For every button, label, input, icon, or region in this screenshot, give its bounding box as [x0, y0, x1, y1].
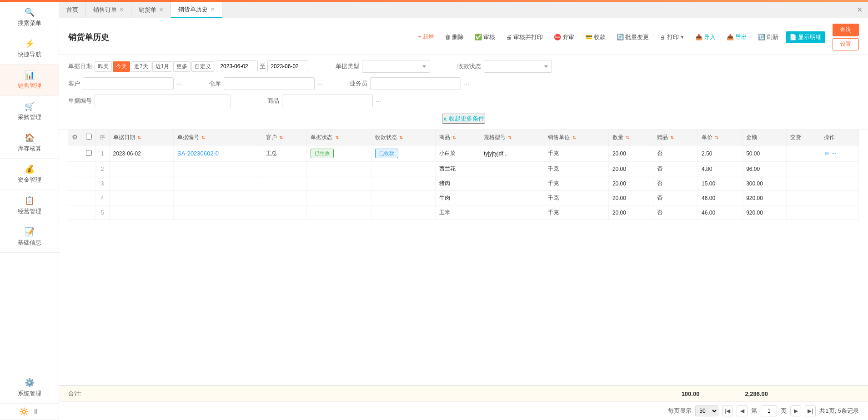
quick-nav-icon: ⚡	[25, 39, 35, 49]
row-doc-no-0[interactable]: SA-20230602-0	[173, 145, 262, 162]
goods-more-btn[interactable]: ···	[376, 97, 381, 105]
sidebar-item-basic[interactable]: 📝 基础信息	[0, 221, 59, 253]
collapse-button[interactable]: ∧ 收起更多条件	[442, 114, 485, 124]
customer-more-btn[interactable]: ···	[176, 80, 182, 87]
page-size-label: 每页显示	[668, 407, 692, 415]
row-settings-0	[68, 145, 82, 162]
col-amount: 金额	[743, 130, 787, 145]
date-1month[interactable]: 近1月	[152, 61, 173, 72]
first-page-btn[interactable]: |◀	[722, 405, 733, 416]
col-gift[interactable]: 赠品 ⇅	[653, 130, 697, 145]
export-button[interactable]: 📤 导出	[723, 31, 751, 43]
row-action-4[interactable]	[820, 205, 859, 220]
col-goods[interactable]: 商品 ⇅	[435, 130, 480, 145]
add-button[interactable]: + 新增	[415, 31, 437, 43]
import-button[interactable]: 📥 导入	[692, 31, 719, 43]
refresh-button[interactable]: 🔃 刷新	[754, 31, 782, 43]
tab-sales-delivery-close[interactable]: ✕	[159, 7, 163, 13]
col-unit[interactable]: 销售单位 ⇅	[544, 130, 608, 145]
col-checkbox[interactable]	[82, 130, 95, 145]
sidebar-item-search[interactable]: 🔍 搜索菜单	[0, 2, 59, 33]
row-checkbox-0[interactable]	[82, 145, 95, 162]
date-to-input[interactable]	[267, 60, 308, 72]
sidebar-item-purchase[interactable]: 🛒 采购管理	[0, 96, 59, 127]
tab-home[interactable]: 首页	[59, 2, 86, 18]
warehouse-more-btn[interactable]: ···	[317, 80, 323, 87]
sidebar-toggle-icon[interactable]: ⏸	[32, 408, 40, 416]
print-button[interactable]: 🖨 打印 ▼	[656, 31, 688, 43]
date-today[interactable]: 今天	[113, 61, 130, 72]
row-action-3[interactable]	[820, 191, 859, 205]
doc-type-select[interactable]	[362, 60, 430, 73]
row-doc-no-2[interactable]	[173, 176, 262, 191]
row-num-4: 5	[95, 205, 109, 220]
page-number-input[interactable]	[761, 405, 777, 416]
date-yesterday[interactable]: 昨天	[95, 61, 112, 72]
page-size-select[interactable]: 50 100 200	[695, 405, 718, 416]
prev-page-btn[interactable]: ◀	[737, 405, 748, 416]
tab-sales-delivery[interactable]: 销货单 ✕	[131, 2, 171, 18]
goods-input[interactable]	[282, 95, 373, 107]
close-all-tabs[interactable]: ✕	[851, 5, 868, 14]
collapse-up-icon: ∧	[443, 115, 447, 122]
sidebar-item-quicknav[interactable]: ⚡ 快捷导航	[0, 33, 59, 65]
col-spec[interactable]: 规格型号 ⇅	[480, 130, 544, 145]
doc-no-link-0[interactable]: SA-20230602-0	[177, 150, 219, 157]
select-all-checkbox[interactable]	[86, 134, 92, 140]
sidebar-item-finance[interactable]: 💰 资金管理	[0, 159, 59, 190]
tab-sales-order-close[interactable]: ✕	[120, 7, 124, 13]
col-unit-price[interactable]: 单价 ⇅	[698, 130, 743, 145]
col-date[interactable]: 单据日期 ⇅	[109, 130, 173, 145]
tab-sales-order[interactable]: 销售订单 ✕	[86, 2, 131, 18]
salesperson-more-btn[interactable]: ···	[464, 80, 469, 87]
salesperson-input[interactable]	[370, 77, 461, 90]
last-page-btn[interactable]: ▶|	[805, 405, 816, 416]
sidebar-settings-icon[interactable]: 🔆	[20, 407, 29, 416]
row-checkbox-3[interactable]	[82, 191, 95, 205]
row-0-checkbox[interactable]	[86, 150, 92, 156]
date-7days[interactable]: 近7天	[131, 61, 151, 72]
row-date-1	[109, 162, 173, 176]
col-qty[interactable]: 数量 ⇅	[608, 130, 653, 145]
row-doc-no-3[interactable]	[173, 191, 262, 205]
col-customer[interactable]: 客户 ⇅	[262, 130, 307, 145]
date-from-input[interactable]	[217, 60, 258, 72]
row-checkbox-4[interactable]	[82, 205, 95, 220]
row-checkbox-1[interactable]	[82, 162, 95, 176]
payment-status-select[interactable]	[484, 60, 552, 73]
settings-button[interactable]: 设置	[833, 38, 859, 50]
doc-number-input[interactable]	[95, 95, 231, 107]
date-custom[interactable]: 自定义	[191, 61, 214, 72]
sidebar-item-ops[interactable]: 📋 经营管理	[0, 190, 59, 221]
warehouse-input[interactable]	[224, 77, 315, 90]
audit-print-button[interactable]: 🖨 审核并打印	[502, 31, 547, 43]
tab-sales-history[interactable]: 销货单历史 ✕	[171, 2, 222, 18]
delete-button[interactable]: 🗑 删除	[441, 31, 467, 43]
query-button[interactable]: 查询	[833, 24, 859, 36]
abandon-button[interactable]: ⛔ 弃审	[550, 31, 578, 43]
sidebar-item-inventory[interactable]: 🏠 库存核算	[0, 127, 59, 159]
col-settings[interactable]: ⚙	[68, 130, 82, 145]
row-doc-no-1[interactable]	[173, 162, 262, 176]
date-more[interactable]: 更多	[173, 61, 191, 72]
tab-sales-history-close[interactable]: ✕	[211, 6, 215, 12]
audit-button[interactable]: ✅ 审核	[471, 31, 499, 43]
row-action-2[interactable]	[820, 176, 859, 191]
more-btn-0[interactable]: ⋯	[830, 150, 838, 157]
batch-change-button[interactable]: 🔄 批量变更	[613, 31, 652, 43]
row-action-0[interactable]: ✏⋯	[820, 145, 859, 162]
show-detail-button[interactable]: 📄 显示明细	[786, 31, 825, 43]
col-pay-status[interactable]: 收款状态 ⇅	[371, 130, 435, 145]
next-page-btn[interactable]: ▶	[790, 405, 801, 416]
row-action-1[interactable]	[820, 162, 859, 176]
row-checkbox-2[interactable]	[82, 176, 95, 191]
edit-btn-0[interactable]: ✏	[824, 150, 830, 157]
row-qty-2: 20.00	[608, 176, 653, 191]
col-doc-no[interactable]: 单据编号 ⇅	[173, 130, 262, 145]
col-doc-status[interactable]: 单据状态 ⇅	[307, 130, 371, 145]
collect-button[interactable]: 💳 收款	[582, 31, 609, 43]
row-doc-no-4[interactable]	[173, 205, 262, 220]
customer-input[interactable]	[83, 77, 174, 90]
sidebar-item-sales[interactable]: 📊 销售管理	[0, 65, 59, 96]
sidebar-item-system[interactable]: ⚙️ 系统管理	[0, 372, 59, 404]
